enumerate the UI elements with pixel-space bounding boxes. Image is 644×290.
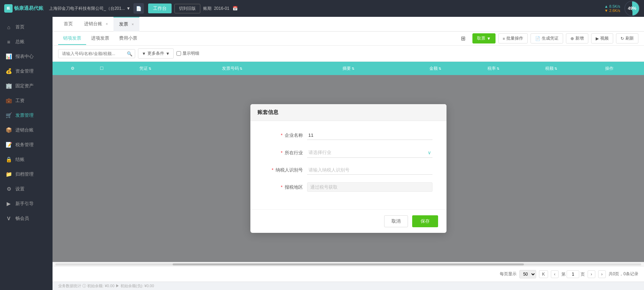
pagination-bar: 每页显示 50 K ‹ 第 页 › › 共0页，0条记录 — [53, 266, 644, 282]
refresh-btn[interactable]: ↻ 刷新 — [616, 33, 638, 43]
scrollbar-track[interactable] — [55, 263, 641, 265]
th-amount[interactable]: 金额 ⇅ — [406, 66, 464, 72]
switch-old-button[interactable]: 切到旧版 — [174, 4, 200, 13]
show-detail-checkbox[interactable]: 显示明细 — [176, 50, 199, 56]
ticket-btn[interactable]: 取票 ▼ — [472, 33, 496, 43]
bottom-bar: 业务数据统计 ⓘ 初始余额: ¥0.00 ▶ 初始余额(负): ¥0.00 — [53, 282, 644, 290]
form-row-taxid: * 纳税人识别号 — [264, 166, 432, 175]
guide-icon: ▶ — [6, 201, 12, 207]
last-page-btn[interactable]: › — [598, 270, 606, 278]
th-invoice-no[interactable]: 发票号码 ⇅ — [174, 66, 290, 72]
sidebar: ⌂ 首页 ≡ 总账 📊 报表中心 💰 资金管理 🏢 固定资产 💼 工资 — [0, 17, 53, 290]
sidebar-item-salary[interactable]: 💼 工资 — [0, 93, 53, 108]
label-taxid: * 纳税人识别号 — [264, 167, 303, 173]
industry-dropdown-arrow: ∨ — [428, 150, 431, 155]
input-tax-id[interactable] — [307, 166, 432, 175]
show-detail-check[interactable] — [176, 51, 181, 56]
select-industry[interactable]: 请选择行业 ∨ — [307, 148, 432, 158]
tab-home[interactable]: 首页 — [58, 17, 78, 31]
tab-purchase-close[interactable]: × — [106, 22, 108, 26]
tab-invoice[interactable]: 发票 × — [113, 17, 139, 32]
sidebar-item-invoice[interactable]: 🛒 发票管理 — [0, 108, 53, 123]
sidebar-item-settings[interactable]: ⚙ 设置 — [0, 182, 53, 196]
th-voucher[interactable]: 凭证 ⇅ — [116, 66, 174, 72]
doc-icon[interactable]: 📄 — [133, 3, 144, 14]
network-status: ▲ 8.5K/s ▼ 2.6K/s — [604, 4, 620, 13]
save-button[interactable]: 保存 — [412, 215, 438, 227]
form-row-industry: * 所在行业 请选择行业 ∨ — [264, 148, 432, 158]
subtab-expense[interactable]: 费用小票 — [114, 32, 142, 45]
company-dropdown-arrow: ▼ — [126, 6, 131, 11]
video-btn[interactable]: ▶ 视频 — [591, 33, 613, 43]
ledger-icon: ≡ — [6, 39, 12, 45]
batch-op-btn[interactable]: ≡ 批量操作 — [498, 33, 528, 43]
salary-icon: 💼 — [6, 97, 12, 104]
label-company: * 企业名称 — [264, 132, 303, 139]
sidebar-item-closing[interactable]: 🔒 结账 — [0, 152, 53, 167]
first-page-btn[interactable]: K — [539, 270, 548, 278]
plus-icon: ⊕ — [570, 36, 574, 41]
modal-body: * 企业名称 * 所在行业 — [250, 121, 446, 209]
modal-footer: 取消 保存 — [250, 209, 446, 233]
label-industry: * 所在行业 — [264, 150, 303, 156]
member-icon: V — [6, 215, 12, 222]
th-tax-rate[interactable]: 税率 ⇅ — [464, 66, 522, 72]
page-label: 第 页 — [561, 270, 585, 278]
th-check[interactable]: ☐ — [87, 66, 116, 71]
generate-voucher-btn[interactable]: 📄 生成凭证 — [531, 33, 563, 43]
page-input[interactable] — [567, 270, 579, 278]
prev-page-btn[interactable]: ‹ — [551, 270, 559, 278]
sidebar-item-assets[interactable]: 🏢 固定资产 — [0, 79, 53, 93]
input-tax-region — [307, 182, 432, 192]
subtab-purchase[interactable]: 进项发票 — [86, 32, 114, 45]
per-page-select[interactable]: 50 — [519, 270, 536, 278]
subtab-sales[interactable]: 销项发票 — [58, 32, 86, 45]
calendar-icon[interactable]: 📅 — [233, 6, 238, 11]
cancel-button[interactable]: 取消 — [384, 215, 408, 227]
refresh-icon: ↻ — [621, 36, 624, 41]
sidebar-item-guide[interactable]: ▶ 新手引导 — [0, 196, 53, 211]
next-page-btn[interactable]: › — [588, 270, 595, 278]
input-company-name[interactable] — [307, 131, 432, 140]
scrollbar-thumb[interactable] — [173, 263, 524, 265]
table-header: ⚙ ☐ 凭证 ⇅ 发票号码 ⇅ 摘要 ⇅ 金额 ⇅ 税率 ⇅ 税额 ⇅ 操作 — [53, 62, 644, 75]
sidebar-item-member[interactable]: V 畅会员 — [0, 211, 53, 226]
th-summary[interactable]: 摘要 ⇅ — [290, 66, 406, 72]
sub-tab-bar: 销项发票 进项发票 费用小票 ⊞ 取票 ▼ ≡ — [53, 32, 644, 46]
sidebar-item-reports[interactable]: 📊 报表中心 — [0, 49, 53, 64]
th-settings[interactable]: ⚙ — [58, 66, 87, 71]
search-input[interactable] — [58, 49, 135, 58]
period-label: 账期 2016-01 📅 — [203, 6, 244, 12]
funds-icon: 💰 — [6, 68, 12, 74]
workbench-button[interactable]: 工作台 — [148, 4, 172, 13]
new-btn[interactable]: ⊕ 新增 — [566, 33, 588, 43]
settings-icon: ⚙ — [6, 186, 12, 192]
tax-icon: 📝 — [6, 142, 12, 148]
sidebar-item-ledger[interactable]: ≡ 总账 — [0, 34, 53, 49]
sidebar-item-funds[interactable]: 💰 资金管理 — [0, 64, 53, 79]
closing-icon: 🔒 — [6, 156, 12, 163]
tab-purchase[interactable]: 进销台账 × — [78, 17, 113, 31]
search-wrapper: 🔍 — [58, 49, 135, 58]
company-selector[interactable]: 上海卯金刀电子科技有限公司_（台201... ▼ — [49, 6, 131, 12]
search-icon: 🔍 — [127, 51, 132, 56]
sidebar-item-archive[interactable]: 📁 归档管理 — [0, 167, 53, 182]
tab-invoice-close[interactable]: × — [132, 22, 134, 26]
sidebar-item-tax[interactable]: 📝 税务管理 — [0, 137, 53, 152]
filter-dropdown-arrow: ▼ — [166, 51, 170, 56]
purchase-icon: 📦 — [6, 127, 12, 133]
video-icon: ▶ — [596, 36, 599, 41]
sidebar-item-purchase[interactable]: 📦 进销台账 — [0, 123, 53, 137]
progress-circle: 49% — [624, 1, 640, 16]
th-tax[interactable]: 税额 ⇅ — [522, 66, 581, 72]
filter-more-btn[interactable]: ▼ 更多条件 ▼ — [138, 48, 174, 59]
th-action: 操作 — [580, 66, 638, 72]
scrollbar-area — [53, 262, 644, 266]
modal-title: 账套信息 — [250, 104, 446, 121]
sidebar-item-home[interactable]: ⌂ 首页 — [0, 20, 53, 34]
search-filter-bar: 🔍 ▼ 更多条件 ▼ 显示明细 — [53, 46, 644, 62]
content-body: 账套信息 * 企业名称 — [53, 75, 644, 262]
grid-view-btn[interactable]: ⊞ — [457, 33, 470, 43]
invoice-icon: 🛒 — [6, 112, 12, 119]
form-row-company: * 企业名称 — [264, 131, 432, 140]
